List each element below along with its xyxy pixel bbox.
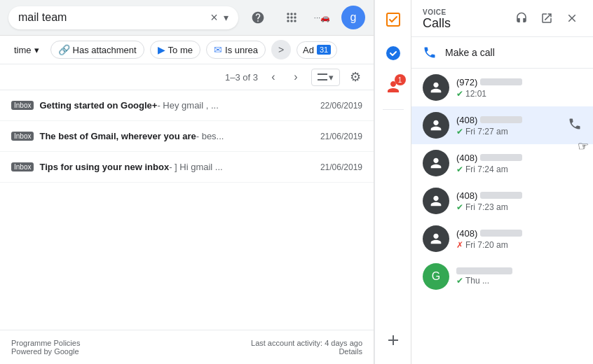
call-item[interactable]: (408) ✔ Fri 7:27 am ☞ xyxy=(411,106,593,144)
unread-icon: ✉ xyxy=(214,44,222,55)
account-avatar[interactable]: g xyxy=(341,6,365,29)
call-number-blurred xyxy=(480,192,522,199)
next-page-button[interactable]: › xyxy=(286,67,306,87)
close-calls-panel-button[interactable] xyxy=(562,8,582,28)
call-status-icon: ✗ xyxy=(456,240,463,250)
call-number-blurred xyxy=(480,230,522,237)
email-row[interactable]: Inbox The best of Gmail, wherever you ar… xyxy=(0,121,374,152)
phone-icon xyxy=(423,46,437,59)
help-button[interactable] xyxy=(247,6,269,29)
cursor-indicator: ☞ xyxy=(578,139,589,154)
filter-to-me[interactable]: ▶ To me xyxy=(150,41,200,59)
call-number xyxy=(456,267,582,274)
open-external-button[interactable] xyxy=(537,8,557,28)
filter-time-label: time xyxy=(14,45,32,55)
make-call-row[interactable]: Make a call xyxy=(411,37,593,69)
call-info: (972) ✔ 12:01 xyxy=(456,77,582,99)
footer-right: Last account activity: 4 days ago Detail… xyxy=(251,339,362,356)
filter-time-chip[interactable]: time ▾ xyxy=(8,42,45,58)
call-item[interactable]: (408) ✗ Fri 7:20 am xyxy=(411,220,593,258)
calls-header-icons xyxy=(512,8,582,28)
call-number: (408) xyxy=(456,190,582,201)
calls-panel: VOICE Calls Make a call xyxy=(411,0,593,364)
search-box[interactable]: mail team × ▾ xyxy=(8,6,238,29)
call-number: (408) xyxy=(456,153,582,163)
call-status-icon: ✔ xyxy=(456,164,463,174)
call-item[interactable]: (408) ✔ Fri 7:23 am xyxy=(411,182,593,220)
calls-title: Calls xyxy=(423,16,512,31)
call-number: (972) xyxy=(456,77,582,88)
filter-attachment-label: Has attachment xyxy=(73,45,137,55)
more-filters-button[interactable]: > xyxy=(271,40,291,59)
call-avatar xyxy=(423,188,449,214)
contacts-icon[interactable]: 1 xyxy=(379,73,407,101)
pagination-buttons: ‹ › xyxy=(264,67,306,87)
footer-left: Programme Policies Powered by Google xyxy=(11,339,80,356)
call-info: (408) ✔ Fri 7:23 am xyxy=(456,190,582,212)
call-number-blurred xyxy=(480,78,522,85)
prev-page-button[interactable]: ‹ xyxy=(264,67,283,87)
call-info: ✔ Thu ... xyxy=(456,267,582,286)
header-bar: mail team × ▾ ··· 🚗 g xyxy=(0,0,374,36)
email-subject: Getting started on Google+- Hey gmail , … xyxy=(39,100,308,111)
call-time: ✔ Fri 7:27 am xyxy=(456,127,561,136)
search-close-icon[interactable]: × xyxy=(210,10,218,25)
call-time: ✔ Fri 7:24 am xyxy=(456,164,582,174)
apps-button[interactable] xyxy=(280,6,303,29)
email-subject: Tips for using your new inbox- ] Hi gmai… xyxy=(39,162,308,172)
filter-time-chevron: ▾ xyxy=(34,45,39,55)
call-number: (408) xyxy=(456,228,582,239)
settings-button[interactable]: ⚙ xyxy=(346,67,365,87)
call-info: (408) ✗ Fri 7:20 am xyxy=(456,228,582,250)
email-row[interactable]: Inbox Getting started on Google+- Hey gm… xyxy=(0,90,374,121)
call-log: (972) ✔ 12:01 (408) ✔ xyxy=(411,69,593,364)
call-status-icon: ✔ xyxy=(456,127,463,136)
call-number-blurred xyxy=(480,116,522,123)
call-number-blurred xyxy=(456,267,512,274)
email-date: 22/06/2019 xyxy=(320,101,362,111)
ad-count: 31 xyxy=(317,45,331,55)
headphones-button[interactable] xyxy=(512,8,531,28)
ad-label: Ad xyxy=(303,45,314,55)
email-date: 21/06/2019 xyxy=(320,132,362,141)
side-icons-bar: 1 xyxy=(374,0,411,364)
call-phone-button[interactable] xyxy=(568,117,582,134)
call-status-icon: ✔ xyxy=(456,89,463,99)
call-info: (408) ✔ Fri 7:27 am xyxy=(456,115,561,136)
call-item[interactable]: (408) ✔ Fri 7:24 am xyxy=(411,144,593,182)
filter-bar: time ▾ 🔗 Has attachment ▶ To me ✉ Is unr… xyxy=(0,36,374,64)
voice-label: VOICE xyxy=(423,8,512,16)
email-row[interactable]: Inbox Tips for using your new inbox- ] H… xyxy=(0,152,374,183)
ad-chip[interactable]: Ad 31 xyxy=(296,41,337,59)
calls-title-wrap: VOICE Calls xyxy=(423,8,512,31)
pagination-text: 1–3 of 3 xyxy=(225,72,258,83)
svg-point-1 xyxy=(386,46,400,60)
calendar-check-icon[interactable] xyxy=(379,39,407,67)
gmail-footer: Programme Policies Powered by Google Las… xyxy=(0,330,374,364)
call-time: ✗ Fri 7:20 am xyxy=(456,240,582,250)
view-dropdown-icon: ▾ xyxy=(329,72,334,83)
tasks-icon[interactable] xyxy=(379,6,407,34)
search-dropdown-icon[interactable]: ▾ xyxy=(224,12,229,23)
call-avatar xyxy=(423,225,449,252)
filter-has-attachment[interactable]: 🔗 Has attachment xyxy=(50,41,144,59)
contacts-badge: 1 xyxy=(395,74,406,85)
call-item[interactable]: (972) ✔ 12:01 xyxy=(411,69,593,106)
filter-unread[interactable]: ✉ Is unrea xyxy=(206,41,266,59)
view-toggle-button[interactable]: ▾ xyxy=(311,69,340,86)
call-status-icon: ✔ xyxy=(456,276,463,286)
email-date: 21/06/2019 xyxy=(320,162,362,172)
call-time: ✔ Thu ... xyxy=(456,276,582,286)
call-status-icon: ✔ xyxy=(456,202,463,212)
call-item[interactable]: G ✔ Thu ... xyxy=(411,258,593,295)
call-avatar xyxy=(423,112,449,139)
search-text: mail team xyxy=(18,11,205,24)
filter-to-me-label: To me xyxy=(168,45,193,55)
to-me-icon: ▶ xyxy=(158,44,165,55)
add-extension-button[interactable] xyxy=(381,328,406,353)
call-info: (408) ✔ Fri 7:24 am xyxy=(456,153,582,174)
call-number-blurred xyxy=(480,154,522,161)
attachment-icon: 🔗 xyxy=(58,44,70,55)
email-subject: The best of Gmail, wherever you are- bes… xyxy=(39,131,308,141)
make-call-label: Make a call xyxy=(445,47,495,58)
